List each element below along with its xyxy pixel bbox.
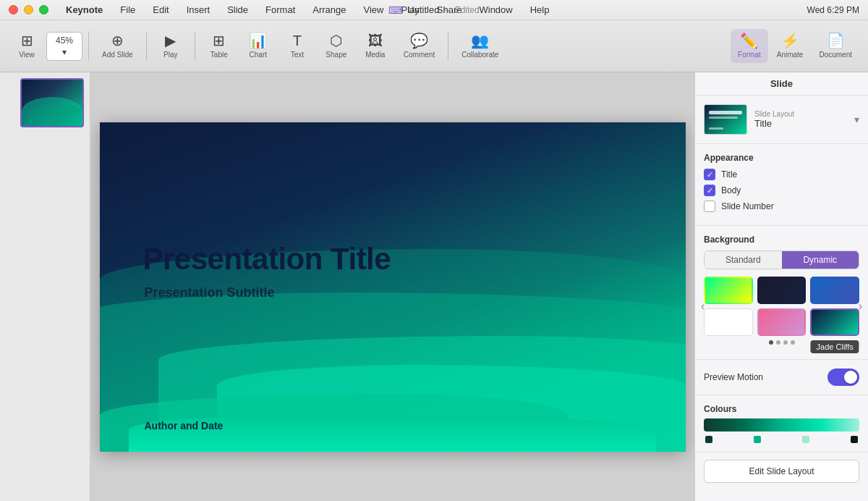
zoom-chevron-icon: ▾ — [62, 47, 67, 57]
bg-dot-3[interactable] — [783, 340, 788, 345]
appearance-section: Appearance Title Body Slide Number — [695, 144, 868, 226]
standard-bg-button[interactable]: Standard — [705, 251, 782, 269]
dynamic-bg-button[interactable]: Dynamic — [782, 251, 859, 269]
file-menu[interactable]: File — [117, 3, 138, 17]
media-label: Media — [365, 51, 385, 59]
traffic-lights — [9, 5, 48, 14]
view-button[interactable]: ⊞ View — [9, 29, 45, 63]
layout-label: Slide Layout — [754, 110, 847, 118]
bg-swatch-blue[interactable] — [810, 277, 859, 304]
toolbar-divider-3 — [195, 32, 195, 61]
canvas-area[interactable]: Presentation Title Presentation Subtitle… — [90, 72, 694, 501]
media-icon: 🖼 — [368, 33, 383, 48]
bg-dot-4[interactable] — [791, 340, 795, 345]
zoom-control[interactable]: 45% ▾ — [46, 32, 82, 61]
fullscreen-button[interactable] — [39, 5, 48, 14]
slide-title[interactable]: Presentation Title — [143, 242, 391, 277]
collaborate-button[interactable]: 👥 Collaborate — [454, 29, 506, 63]
slide-number-checkbox-row: Slide Number — [704, 201, 859, 212]
window-menu[interactable]: Window — [476, 3, 515, 17]
edit-slide-layout-button[interactable]: Edit Slide Layout — [704, 460, 859, 483]
play-button[interactable]: ▶ Play — [153, 29, 189, 63]
background-title: Background — [704, 235, 859, 245]
layout-name: Title — [754, 118, 847, 129]
background-toggle: Standard Dynamic — [704, 250, 859, 269]
slide-menu[interactable]: Slide — [224, 3, 251, 17]
layout-thumb-author — [709, 127, 723, 130]
comment-button[interactable]: 💬 Comment — [396, 29, 442, 63]
colour-stop-1[interactable] — [705, 436, 712, 443]
format-label: Format — [738, 51, 761, 59]
add-slide-icon: ⊕ — [111, 33, 124, 48]
table-icon: ⊞ — [213, 33, 225, 48]
bg-swatch-jade-container: Jade Cliffs — [810, 308, 859, 336]
insert-menu[interactable]: Insert — [184, 3, 213, 17]
slide-canvas[interactable]: Presentation Title Presentation Subtitle… — [100, 122, 686, 452]
comment-label: Comment — [404, 51, 435, 59]
table-label: Table — [210, 51, 228, 59]
thumb-wave-2 — [27, 104, 82, 126]
close-button[interactable] — [9, 5, 18, 14]
document-panel-button[interactable]: 📄 Document — [812, 29, 859, 63]
format-panel-button[interactable]: ✏️ Format — [731, 29, 768, 63]
edited-badge: — Edited — [443, 5, 479, 15]
toolbar-right: ✏️ Format ⚡ Animate 📄 Document — [731, 29, 859, 63]
table-button[interactable]: ⊞ Table — [201, 29, 237, 63]
app-menu[interactable]: Keynote — [63, 3, 106, 17]
title-checkbox-label: Title — [721, 169, 737, 180]
arrange-menu[interactable]: Arrange — [310, 3, 349, 17]
colour-stop-4[interactable] — [851, 436, 858, 443]
preview-motion-row: Preview Motion — [704, 369, 859, 386]
bg-pagination-dots — [704, 340, 859, 345]
format-icon: ✏️ — [740, 33, 758, 48]
bg-swatch-jade[interactable] — [810, 308, 859, 336]
view-label: View — [19, 51, 35, 59]
preview-motion-toggle[interactable] — [827, 369, 859, 386]
view-menu[interactable]: View — [361, 3, 387, 17]
text-button[interactable]: T Text — [279, 29, 315, 63]
view-icon: ⊞ — [21, 33, 33, 48]
bg-dot-1[interactable] — [769, 340, 773, 345]
bg-next-arrow[interactable]: › — [856, 297, 865, 316]
clock: Wed 6:29 PM — [807, 5, 859, 15]
text-icon: T — [293, 33, 302, 48]
shape-button[interactable]: ⬡ Shape — [318, 29, 354, 63]
format-menu[interactable]: Format — [263, 3, 298, 17]
slide-number-checkbox[interactable] — [704, 201, 715, 212]
body-checkbox-row: Body — [704, 185, 859, 196]
bg-swatches-grid: Jade Cliffs — [704, 277, 859, 336]
colour-stop-2[interactable] — [754, 436, 761, 443]
layout-thumbnail — [704, 104, 747, 135]
toolbar: ⊞ View 45% ▾ ⊕ Add Slide ▶ Play ⊞ Table … — [0, 20, 868, 72]
colour-stop-3[interactable] — [802, 436, 809, 443]
title-bar: Keynote File Edit Insert Slide Format Ar… — [0, 0, 868, 20]
body-checkbox[interactable] — [704, 185, 715, 196]
bg-swatch-white[interactable] — [704, 308, 753, 336]
edit-menu[interactable]: Edit — [150, 3, 171, 17]
window-title: ⌨ Untitled — Edited — [388, 4, 479, 16]
layout-chevron-icon[interactable]: ▾ — [854, 114, 859, 125]
document-icon: 📄 — [827, 33, 845, 48]
bg-swatch-green-yellow[interactable] — [704, 277, 753, 304]
layout-thumb-title — [709, 111, 742, 114]
media-button[interactable]: 🖼 Media — [357, 29, 393, 63]
slide-panel: 1 — [0, 72, 90, 501]
slide-subtitle[interactable]: Presentation Subtitle — [145, 285, 275, 300]
slide-author[interactable]: Author and Date — [145, 420, 224, 431]
chart-button[interactable]: 📊 Chart — [240, 29, 276, 63]
bg-dot-2[interactable] — [776, 340, 780, 345]
minimize-button[interactable] — [24, 5, 33, 14]
add-slide-button[interactable]: ⊕ Add Slide — [95, 29, 140, 63]
preview-motion-label: Preview Motion — [704, 372, 763, 382]
bg-swatch-pink[interactable] — [757, 308, 807, 336]
toolbar-divider-1 — [88, 32, 89, 61]
bg-prev-arrow[interactable]: ‹ — [698, 297, 707, 316]
animate-panel-button[interactable]: ⚡ Animate — [770, 29, 811, 63]
title-checkbox[interactable] — [704, 169, 715, 180]
slide-thumbnail[interactable] — [20, 78, 84, 127]
bg-swatch-dark-navy[interactable] — [757, 277, 807, 304]
document-label: Document — [819, 51, 852, 59]
appearance-title: Appearance — [704, 153, 859, 163]
help-menu[interactable]: Help — [527, 3, 553, 17]
collaborate-icon: 👥 — [471, 33, 489, 48]
